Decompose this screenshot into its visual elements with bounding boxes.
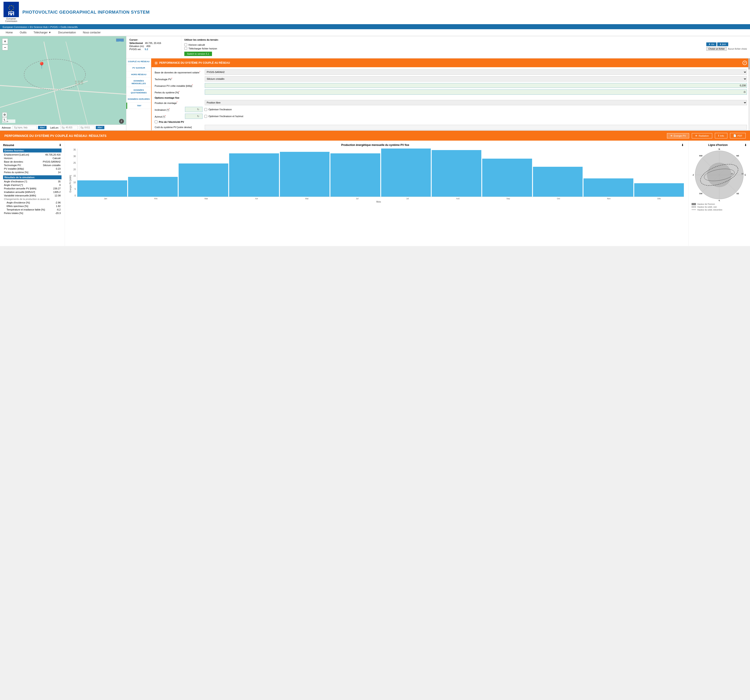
table-row: Pertes totales [%]: -20.3 [3,211,61,215]
chart-bar-nov[interactable] [584,178,633,197]
pdf-icon: 📄 [733,134,736,137]
losses-input[interactable] [206,91,744,93]
chart-bar-mai[interactable] [280,152,329,197]
cursor-section: Cursor: Sélectionné 49.735, 20.416 Éléva… [126,36,181,58]
dl-horizon-checkbox[interactable] [184,47,187,50]
map-legend-l[interactable]: L [2,117,7,122]
sim-header: Résultats de la simulation: [3,175,61,179]
price-checkbox[interactable] [155,120,158,123]
opt-incl-label: Optimiser l'inclinaison [209,108,232,111]
chart-bar-dec[interactable] [634,183,684,197]
opt-incl-az-checkbox[interactable] [204,115,207,118]
csv-download-button[interactable]: ⬇ csv [706,42,716,46]
db-select[interactable]: PVGIS-SARAH2 [205,69,747,75]
sidebar-item-suiveur[interactable]: PV SUIVEUR [126,65,151,71]
cost-input[interactable] [205,125,747,130]
svg-text:SE: SE [736,192,739,195]
cost-label: Coût du système PV [votre devise] [155,126,203,129]
svg-text:115: 115 [74,80,83,85]
bars-container [77,149,684,197]
sidebar-item-mensuelles[interactable]: DONNÉES MENSUELLES [126,78,151,87]
energie-pv-tab[interactable]: 👁 Énergie PV [667,133,689,138]
svg-text:E: E [745,174,745,176]
legend-item-horizon: Hauteur de l'horizon [692,203,747,205]
latlon-go-button[interactable]: Aller! [96,126,105,129]
chart-bar-avr[interactable] [229,153,279,197]
tech-select[interactable]: Silicium cristallin [205,76,747,82]
nav-documentation[interactable]: Documentation [55,29,80,36]
chart-bar-sep[interactable] [482,158,532,197]
incl-label: Inclinaison [°]* [155,108,183,111]
power-input[interactable] [205,83,747,88]
sidebar-item-quotidiennes[interactable]: DONNÉES QUOTIDIENNES [126,87,151,96]
svg-text:45: 45 [731,173,733,175]
svg-rect-11 [9,12,10,13]
position-select[interactable]: Position libre [205,100,747,105]
nav-home[interactable]: Home [2,29,16,36]
map-zoom-controls: + − [2,38,8,50]
table-row: Horizon: Calculé [3,157,61,160]
horizon-calc-checkbox[interactable] [184,43,187,46]
opt-incl-az-label: Optimiser l'inclinaison et l'azimut [209,115,243,117]
tech-label: Technologie PV* [155,77,203,81]
incl-input[interactable] [186,108,197,111]
opt-incl-checkbox[interactable] [204,108,207,111]
lon-input[interactable] [79,126,94,129]
map-legend-o[interactable]: O [2,112,7,117]
form-help-button[interactable]: ? [742,61,747,65]
refresh-azimut-icon: ↻ [197,115,199,118]
x-axis-title: Mois [73,201,684,203]
nav-contact[interactable]: Nous contacter [79,29,104,36]
chart-title: Production énergétique mensuelle du syst… [69,143,681,146]
sidebar-item-tmy[interactable]: TMY [126,103,151,109]
lat-input[interactable] [60,126,78,129]
svg-text:NE: NE [736,155,739,157]
scrollbar [748,58,750,130]
zoom-in-button[interactable]: + [2,38,8,44]
eu-logo-container: ★ ★ ★ ★ ★ ★ ★ ★ European Commission [3,2,19,22]
zoom-out-button[interactable]: − [2,45,8,50]
choose-file-button[interactable]: Choisir un fichier [706,47,727,51]
chart-download-icon[interactable]: ⬇ [681,143,684,147]
elevation-value: 459 [146,45,150,48]
chart-bar-fev[interactable] [128,177,178,197]
sidebar-item-horaires[interactable]: DONNÉES HORAIRES [126,96,151,102]
horizon-download-icon[interactable]: ⬇ [744,143,747,147]
chart-bar-aou[interactable] [432,150,481,197]
switch-version-button[interactable]: Switch to version 5.1 [184,52,212,56]
address-go-button[interactable]: Aller! [38,126,46,129]
sidebar: COUPLÉ AU RÉSEAU PV SUIVEUR HORS RÉSEAU … [126,58,152,130]
svg-text:★: ★ [11,5,12,6]
chart-bar-oct[interactable] [533,167,582,197]
nav-outils[interactable]: Outils [16,29,30,36]
sidebar-form-container: COUPLÉ AU RÉSEAU PV SUIVEUR HORS RÉSEAU … [126,58,750,130]
chart-bar-mar[interactable] [178,163,228,197]
map-address-bar: Adresse: Aller! Lat/Lon: Aller! [0,125,126,130]
svg-text:90: 90 [741,173,744,175]
info-tab[interactable]: ℹ Info [715,133,727,138]
nav-telecharger[interactable]: Télécharger ▼ [30,29,55,36]
summary-download-icon[interactable]: ⬇ [59,143,61,147]
radiation-tab[interactable]: 👁 Radiation [692,133,712,138]
chart-bar-jul[interactable] [381,149,431,197]
azimut-input[interactable] [186,115,197,117]
map-info-button[interactable]: i [119,119,124,124]
cursor-label: Cursor: [129,38,178,41]
address-input[interactable] [12,126,37,129]
sidebar-item-couple[interactable]: COUPLÉ AU RÉSEAU [126,58,151,65]
losses-row: Pertes du système [%]* ♻ [155,89,747,95]
selected-row: Sélectionné 49.735, 20.416 [129,42,178,45]
results-section-title: PERFORMANCE DU SYSTÈME PV COUPLÉ AU RÉSE… [5,134,664,137]
chart-bar-jan[interactable] [77,180,127,197]
table-row: Effets spectraux [%]: 1.82 [3,204,61,208]
chart-bar-jun[interactable] [330,153,380,197]
horizon-legend: Hauteur de l'horizon Hauteur du soleil, … [692,203,747,211]
scrollbar-thumb[interactable] [748,58,750,69]
sidebar-item-hors-reseau[interactable]: HORS RÉSEAU [126,71,151,78]
pdf-tab[interactable]: 📄 PDF [730,133,745,138]
header: ★ ★ ★ ★ ★ ★ ★ ★ European Commission PHOT… [0,0,750,25]
json-download-button[interactable]: ⬇ json [717,42,728,46]
right-panel: Cursor: Sélectionné 49.735, 20.416 Éléva… [126,36,750,130]
dl-horizon-label: Télécharger fichier horizon [189,47,217,50]
eu-logo: ★ ★ ★ ★ ★ ★ ★ ★ [3,2,19,17]
